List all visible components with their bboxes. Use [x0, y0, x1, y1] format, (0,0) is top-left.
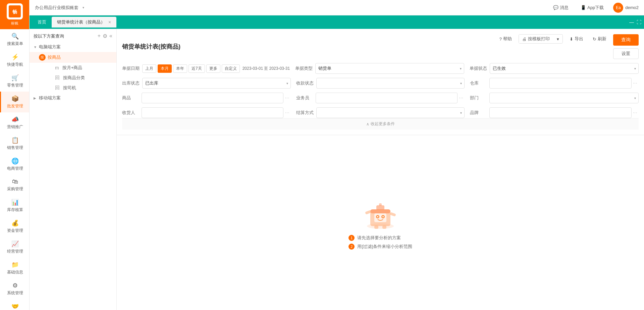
query-btn[interactable]: 查询 — [613, 34, 639, 46]
payment-status-input[interactable] — [316, 78, 465, 89]
add-scheme-btn[interactable]: + — [98, 33, 101, 39]
sidebar-item-purchase[interactable]: 🛍 采购管理 — [0, 175, 29, 195]
salesperson-dots[interactable]: ··· — [458, 95, 465, 101]
filter-department: 部门 ▾ — [470, 93, 639, 103]
workspace-title[interactable]: 办公用品行业模拟账套 — [35, 5, 78, 11]
brand-input[interactable] — [489, 107, 631, 118]
print-dropdown-btn[interactable]: ▾ — [553, 35, 562, 43]
right-panel: 销货单统计表(按商品) ? 帮助 🖨 按模板打印 — [117, 29, 644, 310]
sidebar-item-ecom[interactable]: 🌐 电商管理 — [0, 154, 29, 175]
logo-icon: 畅 — [7, 3, 23, 19]
doc-status-input[interactable] — [490, 63, 639, 74]
window-controls: — ⛶ — [629, 19, 641, 25]
by-month-goods-label: 按月+商品 — [62, 65, 83, 71]
print-btn[interactable]: 🖨 按模板打印 — [519, 35, 553, 43]
tab-sales-stats[interactable]: 销货单统计表（按商品） × — [52, 17, 116, 28]
sidebar-item-marketing-label: 营销推广 — [7, 124, 23, 130]
warehouse-input[interactable] — [489, 78, 631, 89]
settlement-input[interactable] — [316, 107, 465, 118]
settlement-select-wrapper: ▾ — [316, 107, 465, 118]
collapse-label: 收起更多条件 — [371, 121, 395, 127]
tree-subnode-by-category[interactable]: 回 按商品分类 — [46, 73, 116, 83]
basic-info-icon: 📁 — [11, 261, 19, 268]
app-download-btn[interactable]: 📱 App下载 — [578, 3, 606, 12]
brand-dots[interactable]: ··· — [632, 110, 639, 116]
settlement-label: 结算方式 — [296, 110, 314, 116]
salesperson-input[interactable] — [316, 93, 458, 103]
goods-dots[interactable]: ··· — [283, 95, 290, 101]
tree-node-pc[interactable]: ▼ 电脑端方案 — [30, 42, 116, 52]
recipient-input[interactable] — [142, 107, 283, 118]
doc-type-label: 单据类型 — [295, 65, 313, 71]
warehouse-select-wrapper: ··· — [489, 78, 639, 89]
sidebar-item-system[interactable]: ⚙ 系统管理 — [0, 278, 29, 299]
maximize-btn[interactable]: ⛶ — [637, 19, 641, 25]
tree-node-mobile[interactable]: ▶ 移动端方案 — [30, 93, 116, 103]
help-btn[interactable]: ? 帮助 — [497, 35, 515, 43]
purchase-icon: 🛍 — [12, 178, 18, 185]
tab-close-icon[interactable]: × — [108, 19, 111, 25]
sidebar-item-purchase-label: 采购管理 — [7, 186, 23, 192]
workspace-dropdown-arrow[interactable]: ▾ — [83, 6, 84, 9]
scheme-settings-btn[interactable]: ⚙ — [103, 33, 107, 39]
warehouse-out-input[interactable] — [142, 78, 291, 89]
finance-icon: 💰 — [11, 219, 19, 227]
doc-type-input[interactable] — [315, 63, 464, 74]
tree-subnode-by-driver[interactable]: 回 按司机 — [46, 83, 116, 93]
date-btn-custom[interactable]: 自定义 — [222, 64, 240, 73]
filter-row-1: 单据日期 上月 本月 本年 近7天 更多 自定义 2023-03-01 至 20… — [122, 63, 639, 74]
minimize-btn[interactable]: — — [629, 19, 634, 25]
tree-subnode-by-month-goods[interactable]: m 按月+商品 — [46, 63, 116, 73]
export-label: 导出 — [575, 36, 583, 42]
refresh-btn[interactable]: ↻ 刷新 — [590, 35, 609, 43]
svg-rect-13 — [382, 225, 386, 229]
filter-salesperson: 业务员 ··· — [296, 93, 465, 103]
filter-warehouse: 仓库 ··· — [470, 78, 639, 89]
tree-subnode-by-goods[interactable]: 按 按商品 — [30, 52, 116, 63]
date-range-text: 2023-03-01 至 2023-03-31 — [243, 66, 290, 71]
filter-row-4: 收货人 ··· 结算方式 ▾ 品牌 — [122, 107, 639, 118]
settings-btn[interactable]: 设置 — [613, 48, 639, 59]
date-btn-this-month[interactable]: 本月 — [158, 64, 172, 73]
message-btn[interactable]: 💬 消息 — [550, 3, 571, 12]
date-btn-last-month[interactable]: 上月 — [142, 64, 156, 73]
sidebar-item-marketing[interactable]: 📣 营销推广 — [0, 112, 29, 133]
recipient-dots[interactable]: ··· — [283, 110, 290, 116]
sidebar-item-basic-info[interactable]: 📁 基础信息 — [0, 258, 29, 278]
empty-state: 1 请先选择要分析的方案 2 用[过滤]条件来缩小分析范围 — [348, 196, 412, 250]
user-area[interactable]: Ea demo2 — [613, 3, 639, 13]
date-btn-this-year[interactable]: 本年 — [173, 64, 187, 73]
collapse-bar[interactable]: ∧ 收起更多条件 — [122, 118, 639, 130]
sidebar-item-search[interactable]: 🔍 搜索菜单 — [0, 29, 29, 50]
empty-illustration — [360, 196, 400, 229]
date-btn-7days[interactable]: 近7天 — [189, 64, 205, 73]
user-name: demo2 — [625, 5, 639, 10]
warehouse-dots[interactable]: ··· — [632, 80, 639, 86]
filter-warehouse-out: 出库状态 ▾ — [122, 78, 291, 89]
goods-input[interactable] — [142, 93, 283, 103]
sidebar-item-quick-nav[interactable]: ⚡ 快捷导航 — [0, 50, 29, 71]
tab-home[interactable]: 首页 — [32, 17, 52, 28]
tabbar: 首页 销货单统计表（按商品） × — ⛶ — [30, 15, 644, 29]
brand-select-wrapper: ··· — [489, 107, 639, 118]
by-goods-icon: 按 — [39, 54, 46, 61]
svg-rect-12 — [374, 225, 378, 229]
collapse-panel-btn[interactable]: « — [109, 33, 112, 39]
date-btn-more[interactable]: 更多 — [206, 64, 220, 73]
sidebar-item-system-label: 系统管理 — [7, 290, 23, 296]
sidebar-item-inventory[interactable]: 📊 库存核算 — [0, 195, 29, 216]
sidebar-item-enterprise[interactable]: 🤝 企业协同 — [0, 299, 29, 310]
logo-area[interactable]: 畅 标账 — [0, 0, 29, 29]
sidebar-item-wholesale[interactable]: 📦 批发管理 — [0, 92, 29, 112]
sidebar-item-finance-label: 资金管理 — [7, 228, 23, 234]
sidebar-item-operations[interactable]: 📈 经营管理 — [0, 237, 29, 258]
sales-icon: 📋 — [11, 137, 19, 144]
svg-text:畅: 畅 — [12, 9, 17, 14]
by-month-icon: m — [55, 65, 59, 70]
sidebar-item-finance[interactable]: 💰 资金管理 — [0, 216, 29, 237]
export-btn[interactable]: ⬇ 导出 — [567, 35, 586, 43]
svg-rect-5 — [374, 213, 386, 222]
department-input[interactable] — [489, 93, 639, 103]
sidebar-item-sales[interactable]: 📋 销售管理 — [0, 133, 29, 154]
sidebar-item-retail[interactable]: 🛒 零售管理 — [0, 71, 29, 92]
